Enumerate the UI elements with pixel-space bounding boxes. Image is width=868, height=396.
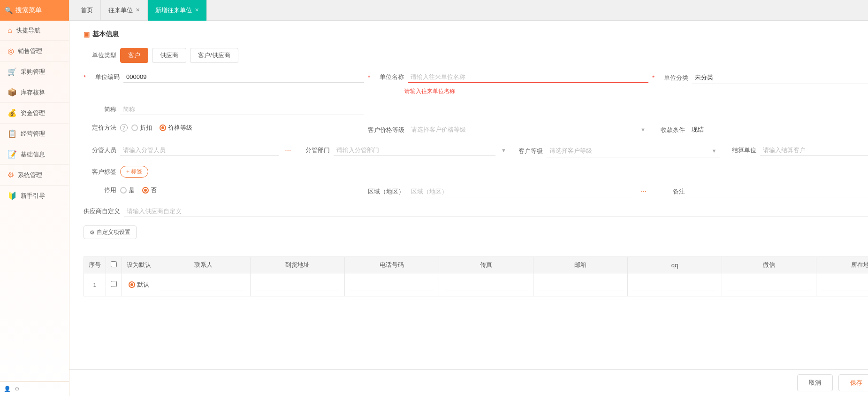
unit-type-label: 单位类型: [84, 51, 116, 60]
tab-new-contact-close[interactable]: ✕: [195, 7, 199, 13]
pricing-method-label: 定价方法: [84, 124, 116, 132]
cancel-button[interactable]: 取消: [797, 374, 833, 391]
tab-new-contact[interactable]: 新增往来单位 ✕: [148, 0, 207, 21]
department-input[interactable]: [334, 145, 496, 156]
select-all-checkbox[interactable]: [111, 261, 117, 267]
disabled-yes-label: 是: [129, 186, 135, 194]
row-contact: [156, 273, 251, 296]
disabled-yes-radio[interactable]: 是: [120, 186, 135, 194]
unit-category-label: 单位分类: [655, 74, 688, 82]
unit-category-select[interactable]: 未分类 ▼: [692, 71, 868, 84]
col-area: 所在地区: [816, 257, 868, 273]
unit-category-label-wrap: * 单位分类: [652, 74, 688, 82]
main-area: 首页 往来单位 ✕ 新增往来单位 ✕ ✕ ▣ 基本信息 单位类型 客户 供应商 …: [69, 0, 868, 396]
manager-more-icon[interactable]: ···: [283, 146, 293, 155]
row-email-input[interactable]: [538, 279, 623, 290]
unit-name-input[interactable]: [408, 71, 648, 83]
search-icon: 🔍: [5, 7, 13, 14]
customer-level-placeholder: 请选择客户等级: [549, 147, 710, 155]
tab-contacts-label: 往来单位: [108, 6, 133, 15]
unit-code-group: * 单位编码: [84, 71, 364, 83]
sidebar-item-operations[interactable]: 📋 经营管理: [0, 124, 69, 144]
tab-contacts[interactable]: 往来单位 ✕: [101, 0, 148, 21]
tab-contacts-close[interactable]: ✕: [136, 7, 140, 13]
row-wechat-input[interactable]: [727, 279, 811, 290]
sidebar-item-finance[interactable]: 💰 资金管理: [0, 103, 69, 124]
sidebar-item-inventory[interactable]: 📦 库存核算: [0, 82, 69, 103]
section-title-basic: ▣ 基本信息: [84, 30, 868, 39]
region-group: 区域（地区） ···: [368, 186, 648, 197]
footer-bar: 取消 保存 保存并新增: [69, 369, 868, 396]
row-default-radio[interactable]: 默认: [127, 280, 151, 289]
disabled-no-label: 否: [151, 186, 157, 194]
add-tag-button[interactable]: + 标签: [120, 166, 148, 178]
sidebar-item-label: 库存核算: [21, 88, 45, 97]
row-default-label: 默认: [137, 280, 149, 289]
customer-price-level-select[interactable]: 请选择客户价格等级 ▼: [408, 124, 648, 136]
section-icon: ▣: [84, 31, 90, 38]
sidebar-item-purchase[interactable]: 🛒 采购管理: [0, 62, 69, 82]
settlement-unit-group: 结算单位 ···: [723, 145, 868, 156]
pricing-discount-label: 折扣: [140, 124, 152, 132]
tab-home[interactable]: 首页: [73, 0, 101, 21]
customer-level-group: 客户等级 请选择客户等级 ▼: [510, 145, 720, 157]
disabled-yes-circle: [120, 187, 127, 194]
form-area: ▣ 基本信息 单位类型 客户 供应商 客户/供应商 * 单位编码: [69, 21, 868, 369]
sidebar-item-quick-nav[interactable]: ⌂ 快捷导航: [0, 21, 69, 41]
custom-settings-button[interactable]: ⚙ 自定义项设置: [84, 225, 137, 239]
disabled-no-radio[interactable]: 否: [142, 186, 157, 194]
remarks-input[interactable]: [689, 186, 868, 197]
gear-icon: ⚙: [90, 229, 95, 236]
unit-category-value: 未分类: [695, 73, 868, 82]
customer-price-level-group: 客户价格等级 请选择客户价格等级 ▼: [368, 124, 648, 136]
unit-name-error: 请输入往来单位名称: [404, 87, 455, 95]
region-more-icon[interactable]: ···: [639, 187, 648, 196]
settlement-unit-input[interactable]: [760, 145, 868, 156]
row-select-checkbox[interactable]: [111, 281, 117, 287]
custom-settings-area: ⚙ 自定义项设置: [84, 225, 868, 239]
manager-input[interactable]: [120, 145, 279, 156]
system-icon: ⚙: [8, 171, 14, 179]
unit-code-label: 单位编码: [87, 73, 120, 81]
sidebar-item-label: 资金管理: [21, 109, 45, 117]
manager-group: 分管人员 ···: [84, 145, 293, 156]
sidebar-search[interactable]: 🔍 搜索菜单: [0, 0, 69, 21]
sidebar-item-label: 快捷导航: [16, 26, 40, 35]
type-btn-customer[interactable]: 客户: [120, 48, 148, 63]
sidebar-item-system[interactable]: ⚙ 系统管理: [0, 165, 69, 186]
row-delivery-input[interactable]: [255, 279, 340, 290]
row-area-input[interactable]: [821, 279, 868, 290]
save-button[interactable]: 保存: [838, 374, 868, 391]
col-email: 邮箱: [533, 257, 628, 273]
sidebar-item-new-guide[interactable]: 🔰 新手引导: [0, 186, 69, 206]
disabled-no-circle: [142, 187, 149, 194]
row-contact-input[interactable]: [161, 279, 245, 290]
col-fax: 传真: [439, 257, 533, 273]
disabled-group: 停用 是 否: [84, 186, 364, 194]
home-icon: ⌂: [8, 26, 12, 35]
row-fax-input[interactable]: [444, 279, 528, 290]
sidebar-item-sales[interactable]: ◎ 销售管理: [0, 41, 69, 62]
row-phone: [345, 273, 439, 296]
col-phone: 电话号码: [345, 257, 439, 273]
row-qq-input[interactable]: [632, 279, 717, 290]
finance-icon: 💰: [8, 109, 17, 117]
row-phone-input[interactable]: [350, 279, 434, 290]
unit-name-label-wrap: * 单位名称: [368, 73, 404, 81]
supplier-custom-input[interactable]: [124, 206, 868, 217]
type-btn-both[interactable]: 客户/供应商: [190, 48, 238, 63]
sidebar-bottom: 👤 ⚙: [0, 381, 69, 396]
type-btn-supplier[interactable]: 供应商: [152, 48, 186, 63]
table-toolbar: 🗑 批量删除: [84, 244, 868, 254]
pricing-method-help-icon[interactable]: ?: [120, 124, 128, 132]
pricing-discount-radio[interactable]: 折扣: [131, 124, 152, 132]
unit-type-row: 单位类型 客户 供应商 客户/供应商: [84, 48, 868, 63]
customer-level-chevron-icon: ▼: [712, 148, 717, 154]
payment-terms-select[interactable]: 现结 ▼: [689, 124, 868, 136]
short-name-input[interactable]: [120, 104, 364, 115]
region-input[interactable]: [408, 186, 635, 197]
sidebar-item-basic-info[interactable]: 📝 基础信息: [0, 144, 69, 165]
unit-code-input[interactable]: [123, 71, 364, 83]
customer-level-select[interactable]: 请选择客户等级 ▼: [547, 145, 720, 157]
pricing-level-radio[interactable]: 价格等级: [160, 124, 192, 132]
